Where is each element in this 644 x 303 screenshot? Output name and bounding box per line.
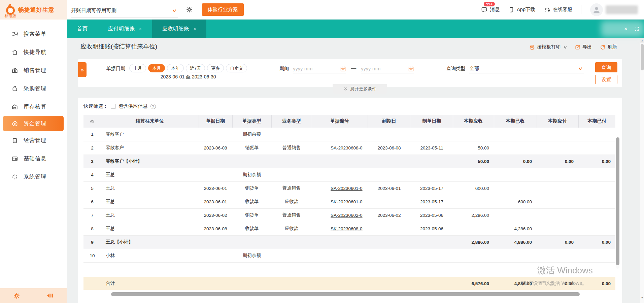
- sidebar-item-basic-info[interactable]: 基础信息: [0, 149, 67, 168]
- doc-number-link[interactable]: SA-20230601-0: [331, 186, 363, 191]
- date-pill[interactable]: 本月: [148, 64, 165, 72]
- tab-receivable-ledger[interactable]: 应收明细账 ×: [152, 20, 206, 38]
- subtotal-row[interactable]: 9王总【小计】2,886.004,886.000.000.00: [83, 235, 615, 249]
- sidebar-item-search-menu[interactable]: 搜索菜单: [0, 25, 67, 43]
- sidebar-item-funds[interactable]: 资金管理: [3, 116, 64, 131]
- date-pill-group: 上月本月本年近7天更多自定义: [129, 64, 247, 72]
- fullscreen-icon[interactable]: [634, 26, 639, 31]
- horizontal-scrollbar[interactable]: [111, 292, 580, 296]
- total-receivable: 6,576.00: [453, 277, 494, 290]
- sidebar-item-system[interactable]: 系统管理: [0, 168, 67, 186]
- tab-home[interactable]: 首页: [67, 20, 98, 38]
- table-row[interactable]: 10小林期初余额: [83, 249, 615, 262]
- collapse-sidebar-icon[interactable]: [46, 293, 53, 299]
- column-header[interactable]: 到期日: [368, 115, 411, 128]
- user-account[interactable]: [590, 3, 638, 16]
- period-start-input[interactable]: yyyy-mm: [293, 64, 346, 73]
- export-button[interactable]: 导出: [575, 44, 592, 50]
- brand-logo: 畅捷通好生意 标准版: [0, 0, 67, 20]
- settings-button[interactable]: 设置: [595, 75, 617, 84]
- column-settings-gear-icon[interactable]: [83, 115, 101, 128]
- doc-number-link[interactable]: SA-20230602-0: [331, 213, 363, 218]
- column-header[interactable]: 本期已付: [578, 115, 615, 128]
- refresh-button[interactable]: 刷新: [600, 44, 617, 50]
- date-pill[interactable]: 本年: [167, 64, 184, 72]
- table-row[interactable]: 1零散客户期初余额: [83, 128, 615, 141]
- sidebar-item-purchase[interactable]: 采购管理: [0, 79, 67, 98]
- date-pill[interactable]: 上月: [129, 64, 146, 72]
- include-supplier-checkbox[interactable]: [111, 104, 116, 109]
- subtotal-row[interactable]: 3零散客户【小计】50.000.000.000.00: [83, 155, 615, 168]
- expand-panel-button[interactable]: »: [78, 62, 87, 77]
- table-header-row: 结算往来单位单据日期单据类型业务类型单据编号到期日制单日期本期应收本期已收本期应…: [83, 115, 615, 128]
- column-header[interactable]: 本期应付: [537, 115, 578, 128]
- tab-payable-ledger[interactable]: 应付明细账 ×: [98, 20, 152, 38]
- query-type-filter: 查询类型 全部 ∨: [446, 64, 584, 80]
- column-header[interactable]: 单据日期: [199, 115, 232, 128]
- sidebar-nav: 搜索菜单 快捷导航 销售管理 采购管理 库存核算 资金管理: [0, 20, 67, 186]
- date-pill[interactable]: 更多: [207, 64, 224, 72]
- doc-date-label: 单据日期: [106, 64, 125, 80]
- sidebar-item-sales[interactable]: 销售管理: [0, 61, 67, 79]
- tabbar: 首页 应付明细账 × 应收明细账 × ×: [67, 20, 644, 38]
- sidebar-item-quick-nav[interactable]: 快捷导航: [0, 43, 67, 61]
- divider: [581, 5, 581, 14]
- export-icon: [575, 44, 580, 50]
- gear-icon[interactable]: [186, 6, 193, 13]
- page-scrollbar[interactable]: ▲ ▼: [640, 38, 644, 303]
- table-row[interactable]: 8王总2023-06-08收款单应收款SK-20230608-02023-05-…: [83, 222, 615, 235]
- column-header[interactable]: 单据类型: [232, 115, 271, 128]
- sidebar-item-operations[interactable]: 经营管理: [0, 131, 67, 149]
- dashed-circle-icon: [11, 173, 18, 180]
- sidebar-item-inventory[interactable]: 库存核算: [0, 98, 67, 116]
- vertical-scrollbar[interactable]: [616, 137, 619, 265]
- table-row[interactable]: 2零散客户2023-06-08销货单普通销售SA-20230608-02023-…: [83, 141, 615, 155]
- period-end-input[interactable]: yyyy-mm: [361, 64, 414, 73]
- column-header[interactable]: 本期应收: [453, 115, 494, 128]
- page-scrollbar-thumb[interactable]: [641, 44, 644, 70]
- table-row[interactable]: 4王总期初余额: [83, 168, 615, 181]
- app-download-link[interactable]: App下载: [508, 6, 535, 13]
- account-period-select[interactable]: 开账日期可停用可删 ∨: [71, 4, 178, 18]
- print-by-template-button[interactable]: 按模板打印 ∨: [529, 44, 567, 50]
- scroll-up-arrow[interactable]: ▲: [640, 38, 644, 43]
- table-body: 1零散客户期初余额2零散客户2023-06-08销货单普通销售SA-202306…: [83, 128, 615, 262]
- query-type-select[interactable]: 全部 ∨: [469, 64, 584, 73]
- id-card-icon: [11, 155, 18, 162]
- ledger-table: 结算往来单位单据日期单据类型业务类型单据编号到期日制单日期本期应收本期已收本期应…: [83, 115, 615, 263]
- expand-more-conditions[interactable]: 展开更多条件: [333, 84, 387, 94]
- quick-filter-row: 快速筛选： 包含供应信息 ?: [78, 98, 622, 109]
- date-pill[interactable]: 自定义: [226, 64, 247, 72]
- column-header[interactable]: 制单日期: [411, 115, 453, 128]
- settings-gear-icon[interactable]: [13, 293, 20, 299]
- column-header[interactable]: 本期已收: [494, 115, 537, 128]
- column-header[interactable]: 业务类型: [271, 115, 312, 128]
- help-icon[interactable]: ?: [150, 104, 156, 109]
- period-filter: 期间 yyyy-mm — yyyy-mm: [279, 64, 414, 80]
- online-support-link[interactable]: 在线客服: [544, 6, 572, 13]
- quick-filter-label: 快速筛选：: [83, 103, 108, 109]
- scroll-down-arrow[interactable]: ▼: [640, 295, 644, 300]
- table-row[interactable]: 7王总2023-06-02销货单普通销售SA-20230602-02023-06…: [83, 208, 615, 222]
- table-row[interactable]: 6王总2023-06-01收款单应收款SK-20230601-02023-05-…: [83, 195, 615, 208]
- doc-number-link[interactable]: SA-20230608-0: [331, 145, 363, 150]
- home-icon: [11, 49, 18, 56]
- messages-link[interactable]: 99+ 消息: [481, 6, 500, 13]
- table-row[interactable]: 5王总2023-06-01销货单普通销售SA-20230601-02023-06…: [83, 181, 615, 195]
- calendar-icon[interactable]: [408, 66, 414, 72]
- ledger-table-panel: 快速筛选： 包含供应信息 ? 结算往来单位单据日期单据类型业务类型单据编号到期日…: [78, 98, 622, 303]
- doc-number-link[interactable]: SK-20230608-0: [331, 226, 363, 231]
- search-button[interactable]: 查询: [595, 62, 617, 72]
- close-all-icon[interactable]: ×: [624, 26, 628, 32]
- calendar-icon[interactable]: [340, 66, 346, 72]
- trial-industry-button[interactable]: 体验行业方案: [202, 3, 244, 16]
- headset-icon: [544, 6, 550, 13]
- date-pill[interactable]: 近7天: [186, 64, 205, 72]
- sidebar: 畅捷通好生意 标准版 搜索菜单 快捷导航 销售管理 采购管理 库存核算: [0, 0, 67, 303]
- close-icon[interactable]: ×: [193, 26, 196, 32]
- doc-number-link[interactable]: SK-20230601-0: [331, 199, 363, 204]
- column-header[interactable]: 结算往来单位: [101, 115, 199, 128]
- close-icon[interactable]: ×: [139, 26, 142, 32]
- message-bubble-icon: [481, 6, 487, 13]
- column-header[interactable]: 单据编号: [312, 115, 368, 128]
